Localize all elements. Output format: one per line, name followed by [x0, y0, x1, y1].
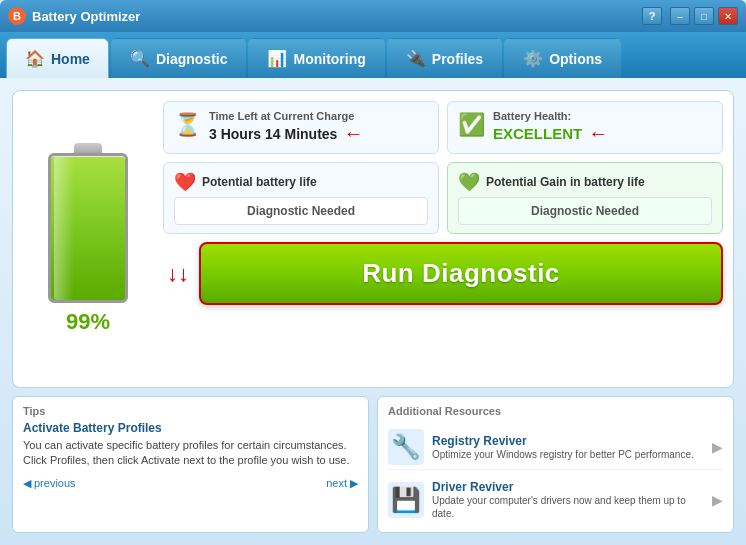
potential-gain-label: Potential Gain in battery life — [486, 175, 645, 189]
health-arrow: ← — [588, 122, 608, 145]
registry-reviver-name: Registry Reviver — [432, 434, 704, 448]
registry-reviver-desc: Optimize your Windows registry for bette… — [432, 448, 704, 461]
main-content: 99% ⏳ Time Left at Current Charge 3 Hour… — [0, 78, 746, 545]
tab-monitoring-label: Monitoring — [293, 51, 365, 67]
time-left-content: Time Left at Current Charge 3 Hours 14 M… — [209, 110, 428, 145]
potential-gain-header: 💚 Potential Gain in battery life — [458, 171, 712, 193]
battery-health-content: Battery Health: EXCELLENT ← — [493, 110, 712, 145]
info-row-1: ⏳ Time Left at Current Charge 3 Hours 14… — [163, 101, 723, 154]
driver-reviver-desc: Update your computer's drivers now and k… — [432, 494, 704, 520]
tips-panel: Tips Activate Battery Profiles You can a… — [12, 396, 369, 533]
tips-body: You can activate specific battery profil… — [23, 438, 358, 469]
health-icon: ✅ — [458, 112, 485, 138]
driver-reviver-icon: 💾 — [388, 482, 424, 518]
home-icon: 🏠 — [25, 49, 45, 68]
tips-section-title: Tips — [23, 405, 358, 417]
battery-visual — [48, 143, 128, 303]
time-left-card: ⏳ Time Left at Current Charge 3 Hours 14… — [163, 101, 439, 154]
resource-driver-reviver[interactable]: 💾 Driver Reviver Update your computer's … — [388, 476, 723, 524]
potential-gain-status: Diagnostic Needed — [458, 197, 712, 225]
tips-navigation: ◀ previous next ▶ — [23, 477, 358, 490]
battery-percent: 99% — [66, 309, 110, 335]
battery-fill — [51, 157, 125, 300]
close-button[interactable]: ✕ — [718, 7, 738, 25]
heart-icon: ❤️ — [174, 171, 196, 193]
registry-reviver-icon: 🔧 — [388, 429, 424, 465]
resources-panel: Additional Resources 🔧 Registry Reviver … — [377, 396, 734, 533]
tips-title: Activate Battery Profiles — [23, 421, 358, 435]
time-left-label: Time Left at Current Charge — [209, 110, 428, 122]
tab-monitoring[interactable]: 📊 Monitoring — [248, 38, 384, 78]
tab-options-label: Options — [549, 51, 602, 67]
tab-profiles-label: Profiles — [432, 51, 483, 67]
driver-reviver-arrow: ▶ — [712, 492, 723, 508]
registry-reviver-text: Registry Reviver Optimize your Windows r… — [432, 434, 704, 461]
help-button[interactable]: ? — [642, 7, 662, 25]
app-title: Battery Optimizer — [32, 9, 642, 24]
potential-battery-life-status: Diagnostic Needed — [174, 197, 428, 225]
monitoring-icon: 📊 — [267, 49, 287, 68]
tab-home[interactable]: 🏠 Home — [6, 38, 109, 78]
driver-reviver-name: Driver Reviver — [432, 480, 704, 494]
tab-home-label: Home — [51, 51, 90, 67]
time-left-value: 3 Hours 14 Minutes ← — [209, 122, 428, 145]
battery-body — [48, 153, 128, 303]
resource-registry-reviver[interactable]: 🔧 Registry Reviver Optimize your Windows… — [388, 425, 723, 470]
battery-health-card: ✅ Battery Health: EXCELLENT ← — [447, 101, 723, 154]
run-diagnostic-row: ↓↓ Run Diagnostic — [163, 242, 723, 305]
battery-container: 99% — [23, 101, 153, 377]
tips-prev-label: previous — [34, 477, 76, 489]
hourglass-icon: ⏳ — [174, 112, 201, 138]
tips-prev-button[interactable]: ◀ previous — [23, 477, 76, 490]
info-row-2: ❤️ Potential battery life Diagnostic Nee… — [163, 162, 723, 234]
window-controls: – □ ✕ — [670, 7, 738, 25]
registry-reviver-arrow: ▶ — [712, 439, 723, 455]
excellent-text: EXCELLENT — [493, 125, 582, 142]
run-diagnostic-button[interactable]: Run Diagnostic — [199, 242, 723, 305]
tips-next-button[interactable]: next ▶ — [326, 477, 358, 490]
app-icon: B — [8, 7, 26, 25]
potential-battery-life-card: ❤️ Potential battery life Diagnostic Nee… — [163, 162, 439, 234]
top-panel: 99% ⏳ Time Left at Current Charge 3 Hour… — [12, 90, 734, 388]
tab-diagnostic-label: Diagnostic — [156, 51, 228, 67]
potential-battery-life-label: Potential battery life — [202, 175, 317, 189]
profiles-icon: 🔌 — [406, 49, 426, 68]
tab-profiles[interactable]: 🔌 Profiles — [387, 38, 502, 78]
title-bar: B Battery Optimizer ? – □ ✕ — [0, 0, 746, 32]
potential-gain-card: 💚 Potential Gain in battery life Diagnos… — [447, 162, 723, 234]
time-left-arrow: ← — [343, 122, 363, 145]
potential-battery-life-header: ❤️ Potential battery life — [174, 171, 428, 193]
minimize-button[interactable]: – — [670, 7, 690, 25]
driver-reviver-text: Driver Reviver Update your computer's dr… — [432, 480, 704, 520]
battery-health-label: Battery Health: — [493, 110, 712, 122]
tab-options[interactable]: ⚙️ Options — [504, 38, 621, 78]
bottom-panel: Tips Activate Battery Profiles You can a… — [12, 396, 734, 533]
plus-heart-icon: 💚 — [458, 171, 480, 193]
nav-bar: 🏠 Home 🔍 Diagnostic 📊 Monitoring 🔌 Profi… — [0, 32, 746, 78]
resources-section-title: Additional Resources — [388, 405, 723, 417]
diagnostic-icon: 🔍 — [130, 49, 150, 68]
tips-next-label: next — [326, 477, 347, 489]
prev-arrow-icon: ◀ — [23, 477, 31, 490]
next-arrow-icon: ▶ — [350, 477, 358, 490]
red-arrows: ↓↓ — [163, 261, 189, 287]
options-icon: ⚙️ — [523, 49, 543, 68]
battery-sheen — [54, 157, 74, 300]
info-panel: ⏳ Time Left at Current Charge 3 Hours 14… — [163, 101, 723, 377]
maximize-button[interactable]: □ — [694, 7, 714, 25]
battery-tip — [74, 143, 102, 153]
battery-health-value: EXCELLENT ← — [493, 122, 712, 145]
tab-diagnostic[interactable]: 🔍 Diagnostic — [111, 38, 247, 78]
